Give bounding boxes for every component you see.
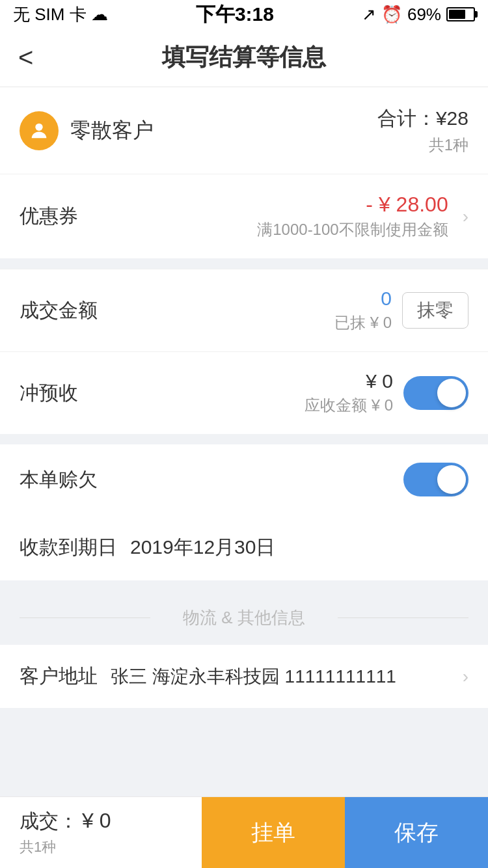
due-date-label: 收款到期日: [20, 534, 117, 561]
transaction-value: 0: [334, 288, 392, 310]
content-area: 零散客户 合计：¥28 共1种 优惠券 - ¥ 28.00 满1000-100不…: [0, 87, 488, 796]
customer-section: 零散客户 合计：¥28 共1种 优惠券 - ¥ 28.00 满1000-100不…: [0, 87, 488, 258]
coupon-sub: 满1000-100不限制使用金额: [257, 219, 448, 240]
address-row[interactable]: 客户地址 张三 海淀永丰科技园 11111111111 ›: [0, 645, 488, 708]
bottom-summary-count: 共1种: [20, 837, 182, 857]
logistics-divider: 物流 & 其他信息: [0, 591, 488, 645]
bottom-summary: 成交： ¥ 0 共1种: [0, 808, 202, 857]
status-bar: 无 SIM 卡 ☁ 下午3:18 ↗ ⏰ 69%: [0, 0, 488, 29]
customer-total: 合计：¥28: [377, 105, 468, 132]
address-section: 客户地址 张三 海淀永丰科技园 11111111111 ›: [0, 645, 488, 708]
address-label: 客户地址: [20, 663, 98, 690]
debt-section: 本单赊欠 收款到期日 2019年12月30日: [0, 444, 488, 580]
hang-button[interactable]: 挂单: [202, 797, 345, 869]
coupon-row[interactable]: 优惠券 - ¥ 28.00 满1000-100不限制使用金额 ›: [0, 174, 488, 258]
status-time: 下午3:18: [196, 1, 274, 28]
nav-bar: < 填写结算等信息: [0, 29, 488, 87]
coupon-label: 优惠券: [20, 203, 78, 230]
bottom-summary-main: 成交： ¥ 0: [20, 808, 182, 835]
coupon-right: - ¥ 28.00 满1000-100不限制使用金额 ›: [257, 193, 468, 240]
debt-toggle[interactable]: [403, 463, 468, 496]
sim-label: 无 SIM 卡 ☁: [13, 3, 108, 26]
round-button[interactable]: 抹零: [402, 292, 468, 329]
coupon-discount: - ¥ 28.00: [257, 193, 448, 217]
address-chevron-icon: ›: [463, 666, 468, 687]
bottom-summary-value: ¥ 0: [82, 809, 111, 833]
divider-line-right: [338, 617, 468, 618]
prepayment-sub: 应收金额 ¥ 0: [305, 395, 393, 416]
customer-count: 共1种: [377, 135, 468, 156]
debt-label: 本单赊欠: [20, 467, 98, 493]
transaction-right: 0 已抹 ¥ 0 抹零: [334, 288, 468, 333]
bottom-summary-label: 成交：: [20, 808, 78, 835]
debt-toggle-knob: [437, 465, 466, 494]
customer-right: 合计：¥28 共1种: [377, 105, 468, 156]
divider-line-left: [20, 617, 150, 618]
toggle-knob: [437, 379, 466, 407]
page-title: 填写结算等信息: [162, 42, 326, 74]
alarm-icon: ⏰: [381, 5, 402, 25]
prepayment-toggle[interactable]: [403, 376, 468, 410]
location-icon: ↗: [362, 5, 376, 25]
debt-right: [403, 463, 468, 496]
back-button[interactable]: <: [18, 43, 33, 72]
customer-name: 零散客户: [70, 116, 154, 145]
customer-left: 零散客户: [20, 111, 154, 150]
transaction-sub: 已抹 ¥ 0: [334, 312, 392, 333]
bottom-bar: 成交： ¥ 0 共1种 挂单 保存: [0, 796, 488, 868]
avatar: [20, 111, 59, 150]
customer-row: 零散客户 合计：¥28 共1种: [0, 87, 488, 174]
due-date-row: 收款到期日 2019年12月30日: [0, 515, 488, 580]
address-value: 张三 海淀永丰科技园 11111111111: [111, 664, 450, 689]
coupon-chevron-icon: ›: [463, 206, 468, 227]
due-date-value: 2019年12月30日: [130, 534, 275, 561]
prepayment-row: 冲预收 ¥ 0 应收金额 ¥ 0: [0, 351, 488, 434]
logistics-label: 物流 & 其他信息: [183, 606, 305, 629]
status-right: ↗ ⏰ 69%: [362, 5, 475, 25]
prepayment-right: ¥ 0 应收金额 ¥ 0: [305, 370, 468, 416]
prepayment-label: 冲预收: [20, 380, 78, 407]
transaction-row: 成交金额 0 已抹 ¥ 0 抹零: [0, 269, 488, 351]
debt-row: 本单赊欠: [0, 444, 488, 515]
save-button[interactable]: 保存: [345, 797, 488, 869]
prepayment-value: ¥ 0: [305, 370, 393, 392]
battery-icon: [446, 7, 475, 21]
status-left: 无 SIM 卡 ☁: [13, 3, 108, 26]
transaction-label: 成交金额: [20, 297, 98, 324]
battery-percent: 69%: [407, 5, 441, 25]
svg-point-0: [35, 123, 42, 130]
transaction-section: 成交金额 0 已抹 ¥ 0 抹零 冲预收 ¥ 0 应收金额 ¥ 0: [0, 269, 488, 434]
